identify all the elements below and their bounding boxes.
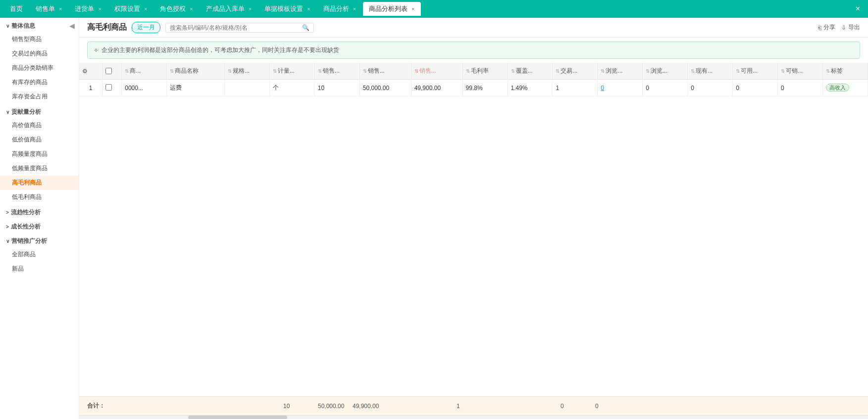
export-icon: ⇩ [841, 24, 846, 31]
cell-browse1: 0 [598, 80, 643, 96]
sidebar-group-contribution[interactable]: ∨ 贡献量分析 [0, 104, 79, 118]
footer-sales-amount: 50,000.00 [315, 403, 350, 410]
th-sales-profit[interactable]: ⇅ 销售... [411, 63, 462, 80]
info-banner: ✧ 企业的主要的利润都是这部分商品创造的，可考虑加大推广，同时关注库存是不要出现… [87, 42, 860, 59]
th-sellable[interactable]: ⇅ 可销... [778, 63, 823, 80]
th-browse1[interactable]: ⇅ 浏览... [598, 63, 643, 80]
sidebar-item-sales-goods[interactable]: 销售型商品 [0, 32, 79, 47]
nav-item-analysis[interactable]: 商品分析 × [317, 2, 362, 16]
cell-index: 1 [79, 80, 102, 96]
nav-label-sales: 销售单 [36, 4, 55, 13]
nav-close-analysis[interactable]: × [353, 6, 356, 12]
sidebar-item-traded-goods[interactable]: 交易过的商品 [0, 47, 79, 61]
nav-close-all[interactable]: × [852, 4, 864, 13]
nav-close-permission[interactable]: × [144, 6, 147, 12]
nav-item-purchase[interactable]: 进货单 × [69, 2, 107, 16]
sidebar-item-high-freq[interactable]: 高频量度商品 [0, 147, 79, 161]
footer-browse2 [523, 403, 558, 410]
nav-item-analysis-list[interactable]: 商品分析列表 × [363, 2, 420, 16]
sort-icon-sales-profit: ⇅ [414, 68, 418, 74]
th-name[interactable]: ⇅ 商品名称 [167, 63, 225, 80]
sidebar-group-trend[interactable]: > 流趋性分析 [0, 204, 79, 219]
sidebar-item-high-value[interactable]: 高价值商品 [0, 118, 79, 133]
nav-close-analysis-list[interactable]: × [411, 6, 414, 12]
sort-icon-sales-amount: ⇅ [363, 68, 367, 74]
sidebar-arrow-trend: > [6, 210, 9, 215]
sidebar-item-all-goods[interactable]: 全部商品 [0, 247, 79, 262]
nav-item-permission[interactable]: 权限设置 × [108, 2, 153, 16]
row-checkbox[interactable] [105, 84, 112, 91]
th-current-stock[interactable]: ⇅ 现有... [688, 63, 733, 80]
nav-item-template[interactable]: 单据模板设置 × [258, 2, 316, 16]
nav-item-sales[interactable]: 销售单 × [30, 2, 68, 16]
select-all-checkbox[interactable] [105, 68, 112, 74]
sidebar-collapse-btn[interactable]: ◀ [69, 22, 75, 30]
th-sales-qty[interactable]: ⇅ 销售... [314, 63, 359, 80]
sidebar-item-low-value[interactable]: 低价值商品 [0, 133, 79, 147]
cell-name: 运费 [167, 80, 225, 96]
sidebar-item-category-rate[interactable]: 商品分类助销率 [0, 61, 79, 75]
footer-browse1 [488, 403, 523, 410]
cell-gross-margin: 99.8% [462, 80, 508, 96]
sort-icon-browse1: ⇅ [601, 68, 605, 74]
th-transaction[interactable]: ⇅ 交易... [553, 63, 598, 80]
th-unit[interactable]: ⇅ 计量... [269, 63, 314, 80]
nav-close-template[interactable]: × [307, 6, 310, 12]
th-coverage[interactable]: ⇅ 覆盖... [508, 63, 553, 80]
col-label-browse2: 浏览... [651, 67, 667, 75]
sort-icon-sellable: ⇅ [781, 68, 785, 74]
nav-close-sales[interactable]: × [59, 6, 62, 12]
th-spec[interactable]: ⇅ 规格... [225, 63, 270, 80]
row-transaction: 1 [556, 85, 559, 92]
sidebar-item-stocked-goods[interactable]: 有库存的商品 [0, 75, 79, 90]
th-gross-margin[interactable]: ⇅ 毛利率 [462, 63, 508, 80]
col-label-sellable: 可销... [786, 67, 803, 75]
nav-label-template: 单据模板设置 [264, 4, 303, 13]
info-icon: ✧ [94, 47, 99, 54]
share-button[interactable]: ⎗ 分享 [818, 23, 835, 32]
th-tag[interactable]: ⇅ 标签 [822, 63, 868, 80]
sort-icon-gross-margin: ⇅ [466, 68, 470, 74]
nav-close-purchase[interactable]: × [98, 6, 101, 12]
nav-close-role[interactable]: × [190, 6, 193, 12]
th-code[interactable]: ⇅ 商... [122, 63, 167, 80]
sidebar-group-label-growth: 成长性分析 [11, 223, 41, 231]
sidebar-group-overall[interactable]: ∨ 整体信息 [0, 18, 79, 32]
scrollbar-thumb[interactable] [188, 416, 287, 419]
sidebar-group-growth[interactable]: > 成长性分析 [0, 219, 79, 233]
col-label-gross-margin: 毛利率 [471, 67, 489, 75]
sidebar-arrow-marketing: ∨ [6, 238, 9, 244]
data-table: ⚙ ⇅ 商... [79, 63, 868, 96]
row-current-stock: 0 [691, 85, 694, 92]
sidebar-item-high-margin[interactable]: 高毛利商品 [0, 176, 79, 190]
cell-spec [225, 80, 270, 96]
filter-button[interactable]: 近一月 [132, 22, 160, 33]
col-label-coverage: 覆盖... [516, 67, 533, 75]
cell-available: 0 [733, 80, 778, 96]
nav-item-product-storage[interactable]: 产成品入库单 × [200, 2, 257, 16]
sidebar-group-marketing[interactable]: ∨ 营销推广分析 [0, 233, 79, 247]
nav-item-role[interactable]: 角色授权 × [154, 2, 199, 16]
th-available[interactable]: ⇅ 可用... [733, 63, 778, 80]
share-label: 分享 [823, 23, 835, 32]
nav-close-product-storage[interactable]: × [249, 6, 252, 12]
cell-sellable: 0 [778, 80, 823, 96]
sidebar-item-low-margin[interactable]: 低毛利商品 [0, 190, 79, 204]
row-name: 运费 [170, 84, 182, 91]
bottom-scrollbar[interactable] [79, 415, 868, 419]
search-input[interactable] [170, 24, 300, 31]
th-browse2[interactable]: ⇅ 浏览... [643, 63, 688, 80]
sidebar-item-low-freq[interactable]: 低频量度商品 [0, 161, 79, 176]
settings-icon[interactable]: ⚙ [82, 68, 88, 75]
sidebar-item-stock-capital[interactable]: 库存资金占用 [0, 90, 79, 104]
footer-available: 0 [592, 403, 627, 410]
search-icon[interactable]: 🔍 [302, 24, 309, 31]
export-button[interactable]: ⇩ 导出 [841, 23, 860, 32]
nav-item-home[interactable]: 首页 [4, 2, 29, 16]
th-sales-amount[interactable]: ⇅ 销售... [359, 63, 411, 80]
sidebar-arrow-growth: > [6, 224, 9, 230]
row-index: 1 [89, 85, 93, 92]
sidebar-item-new-goods[interactable]: 新品 [0, 262, 79, 276]
row-browse1[interactable]: 0 [601, 85, 604, 92]
row-available: 0 [736, 85, 739, 92]
